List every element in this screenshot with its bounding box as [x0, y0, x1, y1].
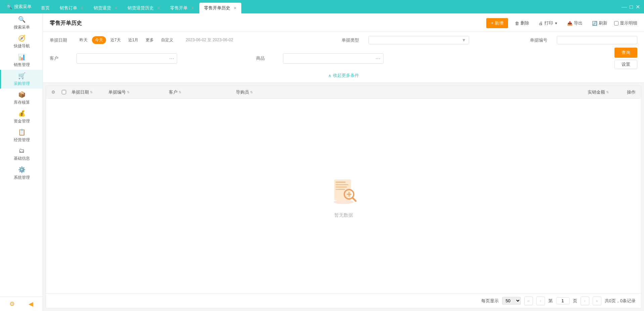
tab-home-label: 首页: [41, 5, 50, 11]
print-icon: 🖨: [539, 21, 543, 26]
date-btn-custom[interactable]: 自定义: [158, 36, 176, 44]
type-filter-label: 单据类型: [342, 37, 362, 43]
show-detail-checkbox[interactable]: 显示明细: [614, 20, 637, 26]
search-box[interactable]: 🔍 搜索采单: [3, 0, 36, 13]
search-button-label: 查询: [622, 50, 630, 55]
sidebar-item-purchase[interactable]: 🛒 采购管理: [0, 70, 43, 89]
first-page-button[interactable]: «: [524, 297, 533, 305]
collapse-label: 收起更多条件: [333, 72, 359, 79]
th-date-sort: ⇅: [90, 90, 93, 94]
sidebar-sales-label: 销售管理: [14, 62, 30, 68]
page-title: 零售开单历史: [50, 20, 82, 27]
collapse-button[interactable]: ∧ 收起更多条件: [328, 72, 359, 79]
date-btn-more[interactable]: 更多: [143, 36, 157, 44]
print-button[interactable]: 🖨 打印 ▼: [536, 19, 560, 28]
export-label: 导出: [574, 20, 583, 26]
number-filter-label: 单据编号: [530, 37, 550, 43]
tab-sales-order[interactable]: 销售订单 ✕: [55, 3, 88, 13]
tab-retail-bill-history[interactable]: 零售开单历史 ✕: [199, 3, 241, 13]
client-select[interactable]: ···: [77, 53, 177, 64]
type-select[interactable]: ▼: [368, 36, 469, 44]
page-number-input[interactable]: [556, 297, 569, 304]
show-detail-input[interactable]: [614, 21, 618, 25]
search-button[interactable]: 查询: [614, 48, 637, 58]
settings-bottom-icon[interactable]: ⚙: [9, 300, 15, 308]
sidebar-item-inventory[interactable]: 📦 库存核算: [0, 89, 43, 107]
sidebar-item-basic[interactable]: 🗂 基础信息: [0, 145, 43, 164]
date-btn-today[interactable]: 今天: [92, 36, 106, 44]
maximize-icon[interactable]: □: [630, 4, 633, 10]
pagination-bar: 每页显示 50 10 20 100 « ‹ 第 页 ›: [46, 293, 641, 308]
top-bar: 🔍 搜索采单 首页 销售订单 ✕ 销货退货 ✕ 销货退货历史 ✕ 零售开单 ✕ …: [0, 0, 644, 13]
new-button[interactable]: + 新增: [486, 18, 508, 28]
refresh-label: 刷新: [599, 20, 607, 26]
tab-sales-return-close[interactable]: ✕: [114, 6, 117, 10]
tab-sales-return-history-close[interactable]: ✕: [157, 6, 160, 10]
svg-point-0: [334, 200, 354, 204]
last-page-button[interactable]: »: [593, 297, 601, 305]
sidebar-search-label: 搜索采单: [14, 24, 30, 30]
page-size-select[interactable]: 50 10 20 100: [502, 297, 521, 305]
tab-retail-bill-history-close[interactable]: ✕: [234, 6, 237, 10]
sidebar-item-finance[interactable]: 💰 资金管理: [0, 107, 43, 126]
filter-row-1: 单据日期 昨天 今天 近7天 近1月 更多 自定义 2023-06-02 至 2…: [50, 36, 637, 44]
sidebar-basic-label: 基础信息: [14, 156, 30, 161]
sidebar-item-sales[interactable]: 📊 销售管理: [0, 51, 43, 70]
th-number-sort: ⇅: [127, 90, 130, 94]
th-checkbox[interactable]: [59, 90, 69, 94]
tab-sales-order-label: 销售订单: [60, 5, 77, 11]
svg-rect-2: [336, 182, 346, 183]
collapse-row: ∧ 收起更多条件: [50, 72, 637, 79]
sidebar-item-business[interactable]: 📋 经营管理: [0, 126, 43, 145]
tab-retail-bill[interactable]: 零售开单 ✕: [165, 3, 199, 13]
sidebar-purchase-label: 采购管理: [14, 81, 30, 87]
tab-retail-bill-history-label: 零售开单历史: [204, 5, 230, 11]
th-guide[interactable]: 导购员 ⇅: [233, 89, 274, 95]
prev-page-button[interactable]: ‹: [536, 297, 545, 305]
sidebar-item-system[interactable]: ⚙️ 系统管理: [0, 164, 43, 183]
tab-sales-return-history[interactable]: 销货退货历史 ✕: [123, 3, 165, 13]
first-page-icon: «: [527, 298, 530, 303]
minimize-icon[interactable]: —: [622, 4, 627, 10]
date-btn-7days[interactable]: 近7天: [107, 36, 124, 44]
sidebar-item-search[interactable]: 🔍 搜索采单: [0, 13, 43, 32]
number-input[interactable]: [557, 36, 637, 44]
date-btn-1month[interactable]: 近1月: [125, 36, 142, 44]
th-action: 操作: [611, 89, 638, 95]
filter-row-2: 客户 ··· 商品 ··· 查询 设置: [50, 48, 637, 69]
client-dots[interactable]: ···: [169, 55, 174, 62]
goods-dots[interactable]: ···: [376, 55, 381, 62]
next-page-button[interactable]: ›: [581, 297, 589, 305]
tab-retail-bill-label: 零售开单: [170, 5, 188, 11]
sales-icon: 📊: [18, 53, 26, 61]
tab-sales-order-close[interactable]: ✕: [81, 6, 84, 10]
show-detail-label: 显示明细: [620, 20, 637, 26]
goods-filter-label: 商品: [256, 55, 276, 61]
tab-home[interactable]: 首页: [36, 3, 54, 13]
close-window-icon[interactable]: ✕: [636, 4, 640, 10]
th-date[interactable]: 单据日期 ⇅: [69, 89, 106, 95]
export-button[interactable]: 📤 导出: [564, 19, 585, 28]
th-amount[interactable]: 实销金额 ⇅: [571, 89, 611, 95]
select-all-checkbox[interactable]: [62, 90, 66, 94]
collapse-sidebar-icon[interactable]: ◀: [29, 300, 33, 308]
delete-button[interactable]: 🗑 删除: [512, 19, 532, 28]
th-number[interactable]: 单据编号 ⇅: [106, 89, 166, 95]
settings-button[interactable]: 设置: [614, 60, 637, 69]
svg-rect-3: [336, 184, 348, 185]
tab-sales-return[interactable]: 销货退货 ✕: [89, 3, 122, 13]
next-page-icon: ›: [584, 298, 585, 303]
refresh-button[interactable]: 🔄 刷新: [589, 19, 610, 28]
sidebar-item-shortcut[interactable]: 🧭 快捷导航: [0, 32, 43, 51]
th-client[interactable]: 客户 ⇅: [166, 89, 233, 95]
tab-retail-bill-close[interactable]: ✕: [191, 6, 194, 10]
goods-select[interactable]: ···: [283, 53, 384, 64]
th-settings[interactable]: ⚙: [49, 90, 59, 95]
column-settings-icon[interactable]: ⚙: [51, 90, 55, 95]
date-btn-yesterday[interactable]: 昨天: [77, 36, 91, 44]
tab-sales-return-history-label: 销货退货历史: [128, 5, 154, 11]
client-filter-label: 客户: [50, 55, 70, 61]
th-date-label: 单据日期: [71, 89, 89, 95]
sidebar-bottom: ⚙ ◀: [0, 297, 43, 311]
sidebar-inventory-label: 库存核算: [14, 100, 30, 105]
